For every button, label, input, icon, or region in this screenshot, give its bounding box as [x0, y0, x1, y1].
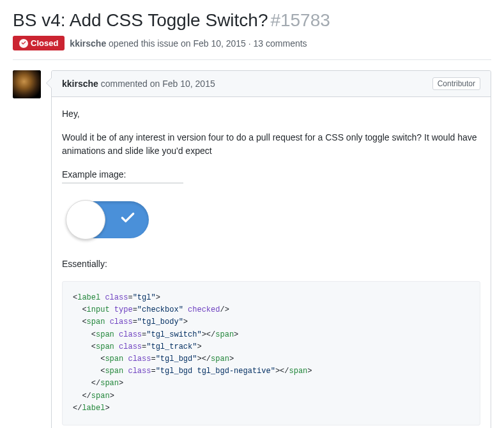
example-caption: Example image: — [62, 168, 183, 183]
body-paragraph: Would it be of any interest in version f… — [62, 131, 480, 158]
code-block: <label class="tgl"> <input type="checkbo… — [62, 281, 480, 425]
state-badge-closed: Closed — [13, 36, 65, 50]
issue-open-meta: kkirsche opened this issue on Feb 10, 20… — [70, 38, 307, 49]
issue-title-row: BS v4: Add CSS Toggle Switch? #15783 — [13, 10, 491, 31]
comment-body: Hey, Would it be of any interest in vers… — [52, 97, 491, 428]
greeting-text: Hey, — [62, 107, 480, 121]
issue-title: BS v4: Add CSS Toggle Switch? — [13, 10, 268, 30]
issue-number: #15783 — [270, 10, 330, 30]
comment-header: kkirsche commented on Feb 10, 2015 Contr… — [52, 71, 491, 97]
comment-author-link[interactable]: kkirsche — [62, 79, 98, 89]
toggle-knob — [66, 200, 105, 240]
avatar[interactable] — [13, 70, 41, 98]
issue-opened-text: opened this issue on Feb 10, 2015 · 13 c… — [109, 38, 307, 49]
role-badge: Contributor — [432, 77, 480, 90]
comment-action: commented on Feb 10, 2015 — [101, 79, 215, 89]
check-icon — [119, 210, 136, 230]
header-divider — [13, 59, 491, 60]
issue-author-link[interactable]: kkirsche — [70, 38, 106, 49]
comment-container: kkirsche commented on Feb 10, 2015 Contr… — [51, 70, 491, 428]
closed-icon — [19, 39, 28, 48]
essentially-label: Essentially: — [62, 257, 480, 271]
timeline: kkirsche commented on Feb 10, 2015 Contr… — [13, 70, 491, 428]
state-label: Closed — [31, 38, 58, 48]
issue-meta: Closed kkirsche opened this issue on Feb… — [13, 36, 491, 50]
toggle-switch-image — [67, 201, 149, 238]
